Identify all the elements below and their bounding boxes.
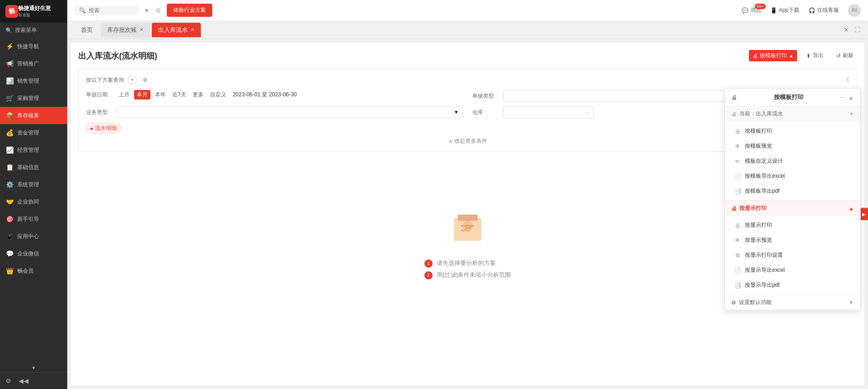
- window-controls: ✕ ⛶: [843, 26, 861, 34]
- print-template-btn[interactable]: 🖨 按模板打印 ▲: [749, 50, 797, 61]
- date-btn-more[interactable]: 更多: [191, 90, 205, 100]
- date-btn-custom[interactable]: 自定义: [208, 90, 228, 100]
- mobile-icon: 📱: [770, 7, 777, 14]
- dropdown-more-icon[interactable]: ···: [840, 95, 844, 100]
- marketing-icon: 📢: [5, 60, 14, 68]
- current-chevron: ▼: [849, 111, 854, 116]
- business-type-chevron: ▼: [454, 109, 459, 115]
- user-avatar[interactable]: Rit: [848, 4, 861, 17]
- business-type-field: 业务类型 ▼: [86, 106, 463, 118]
- print-template-icon: 🖨: [734, 128, 741, 135]
- topbar-right: 💬 消息 99+ 📱 App下载 🎧 在线客服 Rit: [742, 4, 861, 17]
- filter-header: 按以下方案查询 + ⚙ 《: [86, 75, 849, 85]
- topbar-settings-icon[interactable]: ⚙: [155, 7, 161, 14]
- dropdown-export-excel-template[interactable]: 📄 按模板导出excel: [725, 169, 860, 184]
- dropdown-customize-template[interactable]: ✏ 模板自定义设计: [725, 154, 860, 169]
- dropdown-footer[interactable]: ⚙ 设置默认功能 ▼: [725, 294, 860, 310]
- sidebar-search[interactable]: 🔍 搜索菜单: [0, 23, 67, 38]
- refresh-btn[interactable]: ↺ 刷新: [833, 50, 857, 61]
- tab-flow-close[interactable]: ✕: [190, 27, 195, 32]
- export-btn[interactable]: ⬆ 导出: [803, 50, 827, 61]
- filter-collapse-btn[interactable]: 《: [843, 76, 849, 84]
- system-icon: ⚙️: [5, 180, 14, 189]
- topbar-dropdown-icon[interactable]: ▼: [144, 7, 150, 14]
- guide-icon: 🎯: [5, 215, 14, 223]
- date-btn-this-year[interactable]: 本年: [153, 90, 168, 100]
- collapse-more-btn[interactable]: ∧ 收起更多条件: [449, 137, 487, 145]
- display-section: 🖨 按显示打印 👁 按显示预览 ⚙ 按显示打印设置 📄 按显示导出excel: [725, 216, 860, 294]
- collapse-icon[interactable]: ◀◀: [19, 377, 29, 384]
- quick-nav-icon: ⚡: [5, 42, 14, 50]
- export-pdf-template-icon: 📑: [734, 188, 741, 195]
- export-excel-display-icon: 📄: [734, 267, 741, 274]
- warehouse-select[interactable]: ···: [503, 106, 594, 119]
- sidebar-item-app[interactable]: 📱 应用中心: [0, 228, 67, 245]
- sidebar: 畅 畅捷通好生意 标准版 🔍 搜索菜单 ⚡ 快捷导航 📢 营销推广 📊 销售管理…: [0, 0, 67, 389]
- tab-flow[interactable]: 出入库流水 ✕: [152, 23, 201, 37]
- dropdown-preview-template[interactable]: 👁 按模板预览: [725, 139, 860, 154]
- empty-illustration: 🗂: [445, 204, 490, 250]
- page: 出入库流水(流水明细) 🖨 按模板打印 ▲ ⬆ 导出 ↺ 刷新: [71, 43, 864, 385]
- print-display-icon: 🖨: [734, 222, 741, 229]
- svg-text:🗂: 🗂: [465, 223, 471, 230]
- industry-btn[interactable]: 体验行业方案: [167, 4, 212, 17]
- sidebar-item-marketing[interactable]: 📢 营销推广: [0, 55, 67, 72]
- filter-add-btn[interactable]: +: [128, 75, 137, 85]
- online-service-btn[interactable]: 🎧 在线客服: [808, 6, 839, 14]
- vip-icon: 👑: [5, 267, 14, 275]
- search-icon: 🔍: [5, 27, 12, 34]
- chevron-up-icon: ∧: [449, 138, 453, 145]
- sidebar-item-system[interactable]: ⚙️ 系统管理: [0, 176, 67, 193]
- dropdown-print-settings-display[interactable]: ⚙ 按显示打印设置: [725, 248, 860, 263]
- sidebar-item-quick-nav[interactable]: ⚡ 快捷导航: [0, 38, 67, 55]
- dropdown-print-display[interactable]: 🖨 按显示打印: [725, 218, 860, 233]
- sidebar-item-sales[interactable]: 📊 销售管理: [0, 72, 67, 90]
- sidebar-item-finance[interactable]: 💰 资金管理: [0, 124, 67, 141]
- sidebar-item-coop[interactable]: 🤝 企业协同: [0, 193, 67, 210]
- sidebar-item-inventory[interactable]: 📦 库存核算: [0, 107, 67, 124]
- sidebar-item-wechat[interactable]: 💬 企业微信: [0, 245, 67, 262]
- settings-icon[interactable]: ⚙: [5, 377, 11, 384]
- tab-batch[interactable]: 库存批次账 ✕: [101, 23, 150, 37]
- date-btn-last-month[interactable]: 上月: [117, 90, 131, 100]
- date-btn-7days[interactable]: 近7天: [170, 90, 188, 100]
- filter-gear-btn[interactable]: ⚙: [140, 75, 150, 85]
- dropdown-print-template[interactable]: 🖨 按模板打印: [725, 124, 860, 139]
- flow-detail-tag[interactable]: ● 流水明细: [86, 123, 121, 134]
- avatar-img: Rit: [848, 4, 861, 17]
- window-close-btn[interactable]: ✕: [843, 26, 850, 34]
- dropdown-export-pdf-display[interactable]: 📑 按显示导出pdf: [725, 278, 860, 293]
- sidebar-item-purchase[interactable]: 🛒 采购管理: [0, 90, 67, 107]
- dropdown-preview-display[interactable]: 👁 按显示预览: [725, 233, 860, 248]
- right-bar-text[interactable]: ▶: [862, 212, 867, 217]
- footer-chevron: ▼: [848, 299, 854, 306]
- message-btn[interactable]: 💬 消息 99+: [742, 6, 761, 14]
- date-quick-buttons: 上月 本月 本年 近7天 更多 自定义 2023-06-01 至 2023-06…: [117, 90, 297, 100]
- main-area: 🔍 ▼ ⚙ 体验行业方案 💬 消息 99+ 📱 App下载 🎧 在线客服 Rit: [67, 0, 868, 389]
- tabbar: 首页 库存批次账 ✕ 出入库流水 ✕ ✕ ⛶: [67, 21, 868, 39]
- tab-batch-close[interactable]: ✕: [140, 27, 144, 32]
- dropdown-header: 🖨 按模板打印 ··· ▲: [725, 89, 860, 106]
- sidebar-item-guide[interactable]: 🎯 新手引导: [0, 210, 67, 228]
- export-excel-template-icon: 📄: [734, 173, 741, 180]
- dropdown-chevron-up[interactable]: ▲: [848, 94, 854, 101]
- topbar-search-input[interactable]: [89, 7, 130, 14]
- purchase-icon: 🛒: [5, 94, 14, 102]
- dropdown-current-item[interactable]: 🖨 当前：出入库流水 ▼: [725, 106, 860, 122]
- sidebar-bottom: ⚙ ◀◀: [0, 372, 67, 389]
- dropdown-export-excel-display[interactable]: 📄 按显示导出excel: [725, 263, 860, 278]
- tab-home[interactable]: 首页: [75, 23, 99, 37]
- sales-icon: 📊: [5, 77, 14, 85]
- dropdown-display-section-header[interactable]: 🖨 按显示打印 ▲: [725, 200, 860, 216]
- app-download-btn[interactable]: 📱 App下载: [770, 6, 799, 14]
- inventory-icon: 📦: [5, 111, 14, 120]
- business-type-select[interactable]: ▼: [117, 106, 463, 118]
- sidebar-item-base[interactable]: 📋 基础信息: [0, 159, 67, 176]
- sidebar-item-vip[interactable]: 👑 畅会员: [0, 262, 67, 279]
- date-field: 单据日期 上月 本月 本年 近7天 更多 自定义 2023-06-01 至 20…: [86, 90, 463, 100]
- export-pdf-display-icon: 📑: [734, 282, 741, 289]
- dropdown-export-pdf-template[interactable]: 📑 按模板导出pdf: [725, 184, 860, 199]
- sidebar-item-operation[interactable]: 📈 经营管理: [0, 141, 67, 159]
- date-btn-this-month[interactable]: 本月: [134, 90, 150, 100]
- window-maximize-btn[interactable]: ⛶: [853, 26, 861, 34]
